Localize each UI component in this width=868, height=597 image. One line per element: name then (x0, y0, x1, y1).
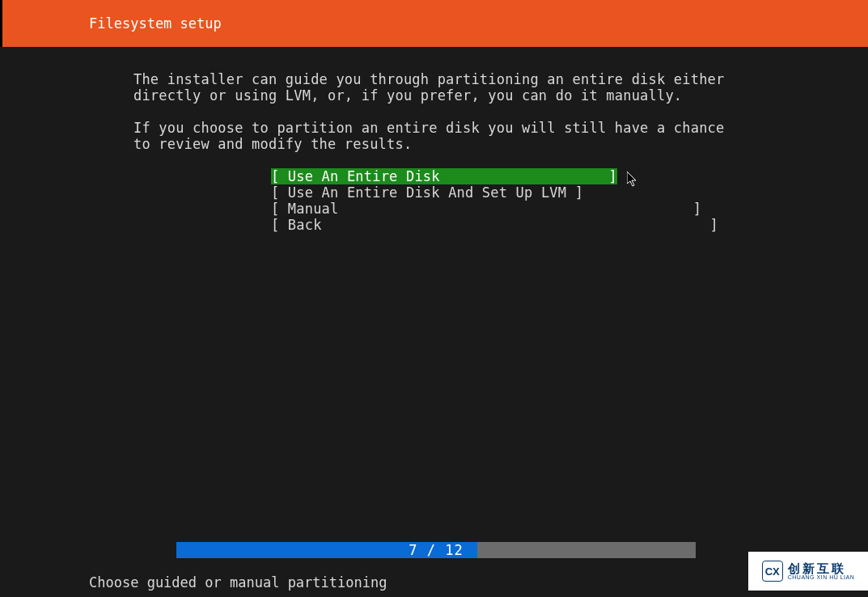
menu-use-entire-disk[interactable]: [ Use An Entire Disk ] (271, 168, 617, 184)
progress-bar: 7 / 12 (176, 542, 696, 558)
progress-label: 7 / 12 (176, 542, 696, 558)
watermark-badge: CX 创新互联 CHUANG XIN HU LIAN (748, 552, 868, 591)
intro-paragraph-1: The installer can guide you through part… (133, 71, 803, 104)
menu-manual[interactable]: [ Manual ] (271, 201, 803, 217)
intro-paragraph-2: If you choose to partition an entire dis… (133, 120, 803, 152)
page-title: Filesystem setup (89, 15, 222, 32)
watermark-cn: 创新互联 (788, 562, 855, 574)
header-bar: Filesystem setup (0, 0, 868, 47)
footer-hint: Choose guided or manual partitioning (89, 574, 387, 591)
main-content: The installer can guide you through part… (0, 47, 868, 233)
menu-use-entire-disk-lvm[interactable]: [ Use An Entire Disk And Set Up LVM ] (271, 184, 803, 201)
watermark-icon: CX (762, 561, 783, 582)
watermark-en: CHUANG XIN HU LIAN (788, 574, 855, 580)
menu-back[interactable]: [ Back ] (271, 217, 803, 233)
partition-menu: [ Use An Entire Disk ] [ Use An Entire D… (271, 168, 803, 233)
